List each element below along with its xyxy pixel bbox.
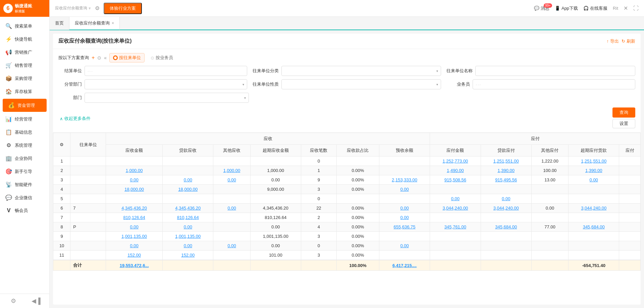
collapse-more-button[interactable]: ∧ 收起更多条件 — [58, 114, 92, 123]
col-settings-header[interactable]: ⚙ — [53, 133, 70, 157]
query-button[interactable]: 查询 — [612, 107, 635, 118]
member-icon: V — [5, 208, 12, 214]
footer-label: 合计 — [70, 260, 106, 271]
collapse-btn[interactable]: ◀▐ — [26, 297, 46, 305]
nature-input[interactable]: ▾ — [281, 79, 441, 89]
basic-icon: 📋 — [5, 129, 12, 135]
footer-pay-tail — [619, 260, 641, 271]
table-row: 418,000.0018,000.009,000.0030.00%0.00 — [53, 185, 641, 194]
filter-settings-icon[interactable]: ⊙ — [97, 55, 101, 60]
refresh-button[interactable]: ↻ 刷新 — [622, 38, 635, 44]
table-row: 500.000.00 — [53, 194, 641, 204]
partner-name-input[interactable] — [475, 66, 635, 76]
sidebar-item-corp[interactable]: 🏢 企业协同 — [0, 152, 49, 165]
user-menu[interactable]: Rit — [613, 6, 618, 11]
filter-rows: 结算单位 ··· 往来单位分类 ▾ 往来单位名称 — [58, 66, 635, 103]
sidebar-item-purchase[interactable]: 📦 采购管理 — [0, 72, 49, 85]
expand-icon[interactable]: ⛶ — [633, 5, 639, 11]
dept-input[interactable]: ▾ — [85, 79, 247, 89]
sidebar-label-system: 系统管理 — [15, 142, 32, 148]
sidebar-label-sales: 销售管理 — [15, 62, 32, 69]
category-input[interactable]: ▾ — [281, 66, 441, 76]
close-icon[interactable]: ✕ — [624, 5, 628, 11]
footer-pay-loan — [481, 260, 531, 271]
sidebar-item-marketing[interactable]: 📢 营销推广 — [0, 46, 49, 59]
table-area[interactable]: ⚙ 往来单位 应收 应付 应收金额 贷款应收 其他应收 超期应收金额 应收笔数 … — [53, 133, 641, 305]
field-partner-name: 往来单位名称 — [446, 66, 635, 76]
sidebar-item-nav[interactable]: ⚡ 快捷导航 — [0, 33, 49, 46]
msg-button[interactable]: 💬 消息 99+ — [534, 5, 549, 11]
sidebar-label-purchase: 采购管理 — [15, 76, 32, 82]
tab-close-icon[interactable]: × — [112, 21, 114, 26]
sidebar: 6 畅捷通账 标准版 🔍 搜索菜单 ⚡ 快捷导航 📢 营销推广 🛒 销售管理 📦… — [0, 0, 50, 308]
footer-recv-loan — [163, 260, 213, 271]
app-download-button[interactable]: 📱 App下载 — [555, 5, 578, 11]
salesman-input[interactable]: ··· — [473, 79, 635, 89]
sidebar-item-finance[interactable]: 💰 资金管理 — [3, 99, 47, 112]
service-button[interactable]: 🎧 在线客服 — [583, 5, 607, 11]
sidebar-item-basic[interactable]: 📋 基础信息 — [0, 126, 49, 139]
sidebar-item-management[interactable]: 📊 经营管理 — [0, 113, 49, 126]
settings-bottom-btn[interactable]: ⚙ — [3, 297, 23, 305]
app-edition: 标准版 — [15, 9, 32, 14]
col-recv-count: 应收笔数 — [301, 145, 336, 157]
tab-home[interactable]: 首页 — [50, 16, 69, 30]
sidebar-item-system[interactable]: ⚙ 系统管理 — [0, 139, 49, 152]
export-icon: ↑ — [607, 39, 609, 44]
footer-pay-overdue: -654,751.40 — [569, 260, 619, 271]
promo-button[interactable]: 体验行业方案 — [104, 3, 142, 14]
table-footer-row: 合计 19,553,472,6... 100.00% 6,417,215....… — [53, 260, 641, 271]
footer-recv-count — [301, 260, 336, 271]
filter-collapse-icon[interactable]: « — [104, 55, 107, 60]
sidebar-item-guide[interactable]: 🎯 新手引导 — [0, 165, 49, 178]
scheme-by-salesman[interactable]: ⊙ 按业务员 — [147, 53, 176, 62]
col-receivable-group: 应收 — [106, 133, 430, 145]
table-row: 7810,126.64810,126.64810,126.6420.00%0.0… — [53, 213, 641, 222]
field-category-label: 往来单位分类 — [253, 68, 279, 74]
sidebar-item-inventory[interactable]: 🏠 库存核算 — [0, 85, 49, 98]
sidebar-item-search[interactable]: 🔍 搜索菜单 — [0, 19, 49, 33]
page-header: 应收应付余额查询(按往来单位) ↑ 导出 ↻ 刷新 — [53, 34, 641, 49]
field-dept-label: 分管部门 — [58, 81, 82, 87]
sidebar-label-marketing: 营销推广 — [15, 49, 32, 55]
dept2-input[interactable]: ▾ — [85, 93, 249, 103]
col-recv-other: 其他应收 — [213, 145, 250, 157]
settings-button[interactable]: 设置 — [612, 119, 635, 128]
field-dept: 分管部门 ▾ — [58, 79, 247, 89]
table-settings-icon: ⚙ — [60, 142, 64, 147]
app-name: 畅捷通账 — [15, 3, 32, 9]
table-row: 91,001,135.001,001,135.001,001,135.0030.… — [53, 232, 641, 241]
app-icon: 📱 — [555, 6, 560, 11]
settlement-input[interactable]: ··· — [85, 66, 247, 76]
refresh-icon: ↻ — [622, 39, 625, 44]
page-actions: ↑ 导出 ↻ 刷新 — [607, 38, 636, 44]
app-label: App下载 — [561, 5, 578, 11]
breadcrumb-arrow: ▾ — [89, 6, 91, 11]
col-payable-group: 应付 — [430, 133, 641, 145]
col-pay-loan: 贷款应付 — [481, 145, 531, 157]
sidebar-item-member[interactable]: V 畅会员 — [0, 204, 49, 217]
tab-query[interactable]: 应收应付余额查询 × — [69, 17, 120, 30]
col-pay-overdue: 超期应付货款 — [569, 145, 619, 157]
user-name: Rit — [613, 6, 618, 11]
sidebar-item-sales[interactable]: 🛒 销售管理 — [0, 59, 49, 72]
guide-icon: 🎯 — [5, 168, 12, 175]
filter-add-icon[interactable]: + — [92, 55, 95, 61]
scheme-by-partner[interactable]: 按往来单位 — [109, 53, 145, 62]
breadcrumb: 应收应付余额查询 ▾ — [55, 5, 91, 11]
export-button[interactable]: ↑ 导出 — [607, 38, 619, 44]
gear-icon[interactable]: ⚙ — [95, 5, 100, 11]
breadcrumb-text: 应收应付余额查询 — [55, 5, 87, 11]
sidebar-label-search: 搜索菜单 — [15, 23, 32, 29]
sidebar-item-hardware[interactable]: 📡 智能硬件 — [0, 178, 49, 191]
logo-icon: 6 — [3, 4, 13, 13]
sidebar-item-wechat[interactable]: 💬 企业微信 — [0, 191, 49, 204]
filter-row-1: 结算单位 ··· 往来单位分类 ▾ 往来单位名称 — [58, 66, 635, 76]
sidebar-logo: 6 畅捷通账 标准版 — [0, 0, 49, 17]
main-content: 应收应付余额查询(按往来单位) ↑ 导出 ↻ 刷新 按以下方案查询 + ⊙ « — [50, 30, 644, 308]
service-label: 在线客服 — [590, 5, 607, 11]
corp-icon: 🏢 — [5, 155, 12, 162]
sidebar-label-management: 经营管理 — [15, 116, 32, 122]
filter-row-2: 分管部门 ▾ 往来单位性质 ▾ 业务员 — [58, 79, 635, 89]
sidebar-label-inventory: 库存核算 — [15, 89, 32, 95]
